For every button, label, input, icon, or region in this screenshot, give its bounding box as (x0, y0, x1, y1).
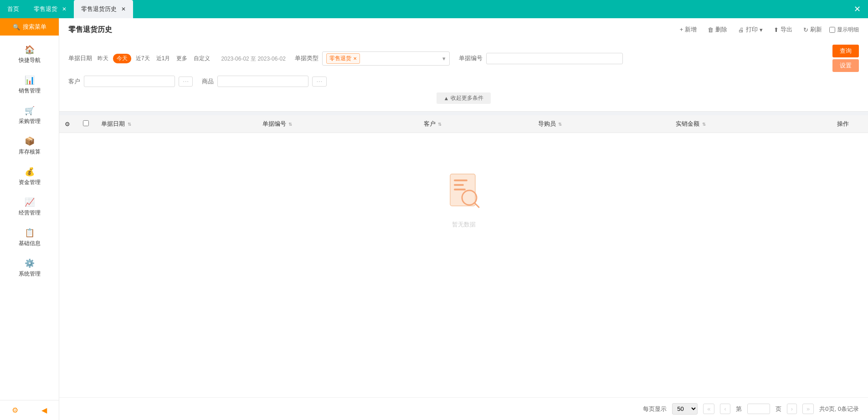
sidebar-label-sales-mgmt: 销售管理 (19, 87, 41, 95)
select-all-checkbox[interactable] (83, 120, 89, 126)
tab-close-retail-return-history[interactable]: ✕ (121, 6, 126, 12)
page-label: 第 (736, 405, 742, 413)
refresh-button[interactable]: ↻ 刷新 (800, 24, 826, 36)
print-dropdown-icon: ▾ (760, 26, 763, 33)
filter-row-1: 单据日期 昨天 今天 近7天 近1月 更多 自定义 2023-06-02 至 2… (68, 45, 859, 72)
sidebar-item-system-mgmt[interactable]: ⚙️ 系统管理 (0, 253, 59, 283)
sort-guide-icon[interactable]: ⇅ (558, 122, 562, 127)
date-more[interactable]: 更多 (175, 54, 189, 63)
table-container: ⚙ 单据日期 ⇅ 单据编号 ⇅ (59, 115, 868, 397)
per-page-select[interactable]: 10 20 50 100 (672, 403, 698, 415)
sidebar-item-inventory[interactable]: 📦 库存核算 (0, 131, 59, 161)
sidebar-label-purchase-mgmt: 采购管理 (19, 118, 41, 125)
date-range-text: 2023-06-02 至 2023-06-02 (221, 55, 285, 63)
sidebar-item-quick-nav[interactable]: 🏠 快捷导航 (0, 39, 59, 70)
last-page-button[interactable]: » (802, 404, 814, 414)
tab-retail-return[interactable]: 零售退货 ✕ (26, 0, 74, 18)
empty-text: 暂无数据 (452, 220, 476, 229)
goods-input[interactable] (217, 76, 308, 87)
prev-page-button[interactable]: ‹ (720, 404, 730, 414)
tab-retail-return-history[interactable]: 零售退货历史 ✕ (74, 0, 133, 18)
type-filter-label: 单据类型 (295, 54, 318, 62)
th-checkbox (77, 115, 96, 133)
sort-amount-icon[interactable]: ⇅ (702, 122, 706, 127)
current-page-input[interactable]: 1 (747, 404, 770, 414)
date-filter-label: 单据日期 (68, 54, 92, 62)
main-layout: 🔍 搜索菜单 🏠 快捷导航 📊 销售管理 🛒 采购管理 📦 库存核算 💰 资金管… (0, 18, 868, 420)
th-number: 单据编号 ⇅ (257, 115, 418, 133)
sidebar-label-inventory: 库存核算 (19, 148, 41, 156)
show-detail-checkbox-label[interactable]: 显示明细 (829, 26, 859, 34)
collapse-button[interactable]: ▲ 收起更多条件 (437, 92, 491, 104)
filter-row-2: 客户 ··· 商品 ··· (68, 76, 859, 87)
type-dropdown-icon: ▾ (442, 55, 446, 62)
refresh-icon: ↻ (803, 26, 808, 33)
number-input[interactable] (486, 53, 623, 64)
number-filter: 单据编号 (459, 53, 623, 64)
total-info: 共0页, 0条记录 (819, 405, 859, 413)
sort-customer-icon[interactable]: ⇅ (438, 122, 442, 127)
sidebar-item-sales-mgmt[interactable]: 📊 销售管理 (0, 70, 59, 100)
sort-date-icon[interactable]: ⇅ (128, 122, 131, 127)
th-settings: ⚙ (59, 115, 77, 133)
collapse-sidebar-icon[interactable]: ◀ (41, 406, 47, 415)
date-1month[interactable]: 近1月 (154, 54, 172, 63)
delete-button[interactable]: 🗑 删除 (704, 24, 731, 36)
sidebar-nav: 🏠 快捷导航 📊 销售管理 🛒 采购管理 📦 库存核算 💰 资金管理 📈 经营管… (0, 36, 59, 400)
filter-area: 单据日期 昨天 今天 近7天 近1月 更多 自定义 2023-06-02 至 2… (68, 40, 859, 111)
date-7days[interactable]: 近7天 (134, 54, 152, 63)
customer-dots[interactable]: ··· (179, 77, 193, 87)
th-date: 单据日期 ⇅ (96, 115, 257, 133)
print-button[interactable]: 🖨 打印 ▾ (734, 24, 766, 36)
settings-bottom-icon[interactable]: ⚙ (12, 406, 18, 415)
next-page-button[interactable]: › (787, 404, 797, 414)
sidebar-label-system-mgmt: 系统管理 (19, 270, 41, 278)
type-select[interactable]: 零售退货 ✕ ▾ (322, 51, 450, 66)
date-range-item: 2023-06-02 至 2023-06-02 (221, 54, 285, 63)
goods-filter: 商品 ··· (202, 76, 326, 87)
empty-state: 暂无数据 (59, 133, 868, 265)
tab-home[interactable]: 首页 (0, 0, 26, 18)
table-header-row: ⚙ 单据日期 ⇅ 单据编号 ⇅ (59, 115, 868, 133)
th-amount: 实销金额 ⇅ (670, 115, 832, 133)
first-page-button[interactable]: « (703, 404, 714, 414)
new-button[interactable]: + 新增 (676, 24, 700, 36)
settings-icon[interactable]: ⚙ (65, 121, 70, 128)
top-bar-right: ✕ (854, 5, 868, 13)
customer-input[interactable] (84, 76, 175, 87)
sidebar-item-finance[interactable]: 💰 资金管理 (0, 161, 59, 192)
show-detail-checkbox[interactable] (829, 27, 835, 33)
print-icon: 🖨 (738, 26, 744, 33)
type-tag-close[interactable]: ✕ (353, 56, 357, 61)
date-custom[interactable]: 自定义 (192, 54, 212, 63)
goods-dots[interactable]: ··· (312, 77, 326, 87)
sidebar-label-basic-info: 基础信息 (19, 240, 41, 247)
sidebar-item-purchase-mgmt[interactable]: 🛒 采购管理 (0, 100, 59, 131)
collapse-row: ▲ 收起更多条件 (68, 91, 859, 108)
sidebar-label-quick-nav: 快捷导航 (19, 56, 41, 64)
empty-icon (441, 169, 487, 215)
pagination-bar: 每页显示 10 20 50 100 « ‹ 第 1 页 › » 共0页, 0条记… (59, 397, 868, 420)
query-button[interactable]: 查询 (832, 45, 859, 57)
date-filter: 单据日期 昨天 今天 近7天 近1月 更多 自定义 (68, 54, 212, 63)
th-guide: 导购员 ⇅ (533, 115, 670, 133)
date-today[interactable]: 今天 (113, 54, 131, 63)
date-yesterday[interactable]: 昨天 (96, 54, 110, 63)
sidebar-item-operations[interactable]: 📈 经营管理 (0, 192, 59, 222)
sidebar-item-basic-info[interactable]: 📋 基础信息 (0, 222, 59, 253)
settings-button[interactable]: 设置 (832, 59, 859, 72)
sort-number-icon[interactable]: ⇅ (288, 122, 292, 127)
sidebar-icon-finance: 💰 (25, 167, 35, 177)
query-buttons: 查询 设置 (832, 45, 859, 72)
content-area: 零售退货历史 + 新增 🗑 删除 🖨 打印 ▾ ⬆ 导出 (59, 18, 868, 420)
sidebar-search-label: 搜索菜单 (23, 23, 46, 31)
type-tag: 零售退货 ✕ (326, 53, 360, 64)
sidebar-icon-purchase-mgmt: 🛒 (25, 106, 35, 116)
tab-close-retail-return[interactable]: ✕ (62, 6, 67, 12)
window-close-icon[interactable]: ✕ (854, 5, 861, 13)
sidebar-search-button[interactable]: 🔍 搜索菜单 (0, 18, 59, 36)
search-icon: 🔍 (13, 24, 20, 31)
export-button[interactable]: ⬆ 导出 (770, 24, 796, 36)
sidebar-icon-quick-nav: 🏠 (25, 45, 35, 55)
sidebar: 🔍 搜索菜单 🏠 快捷导航 📊 销售管理 🛒 采购管理 📦 库存核算 💰 资金管… (0, 18, 59, 420)
